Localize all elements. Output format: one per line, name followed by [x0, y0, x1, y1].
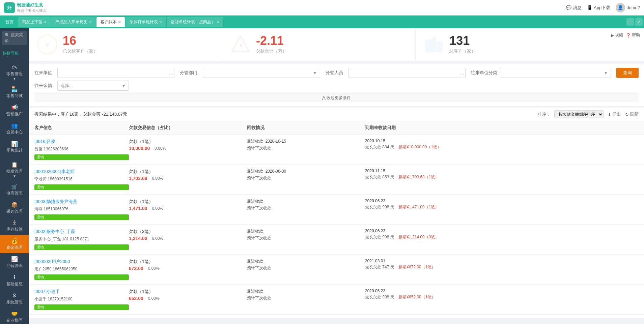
debt-amount-icon: ✦ — [230, 34, 251, 55]
sidebar-item-marketing[interactable]: 📢 营销推广 — [0, 101, 29, 120]
sidebar-item-basic[interactable]: ℹ 基础信息 — [0, 271, 29, 290]
tab-product-shelf-close[interactable]: ✕ — [44, 20, 47, 24]
sort-select[interactable]: 按欠款金额倒序排序 — [554, 110, 604, 118]
person-input[interactable] — [348, 68, 466, 78]
due-date-3: 2020.06.23 — [365, 229, 639, 233]
overdue-link-4[interactable]: 超期¥672.00（1笔） — [398, 264, 436, 270]
overdue-link-1[interactable]: 超期¥1,703.68（1笔） — [398, 174, 439, 180]
person-label: 分管人员 — [326, 70, 346, 76]
unit-class-label: 往来单位分类 — [471, 70, 497, 76]
customer-name-5[interactable]: [0007]小进千 — [34, 289, 129, 295]
from-unit-input[interactable] — [57, 68, 174, 78]
system-icon: ⚙ — [12, 292, 17, 299]
message-label: 消息 — [573, 5, 582, 11]
tab-product-history[interactable]: 产成品入库单历史 ✕ — [51, 17, 96, 27]
sidebar-item-ecommerce[interactable]: 🛒 电商管理 — [0, 181, 29, 199]
overdue-link-5[interactable]: 超期¥652.00（1笔） — [398, 294, 436, 300]
overdue-link-2[interactable]: 超期¥1,471.00（1笔） — [398, 204, 439, 210]
customer-name-3[interactable]: [0002]服务中心_丁磊 — [34, 229, 129, 235]
collapse-bar[interactable]: ⋀ 收起更多条件 — [34, 93, 639, 102]
due-date-0: 2020.10.15 — [365, 139, 639, 143]
sidebar-item-finance[interactable]: 💰 资金管理 — [0, 235, 29, 253]
tab-minimize-btn[interactable]: — — [626, 18, 634, 26]
sidebar-item-system[interactable]: ⚙ 系统管理 — [0, 290, 29, 308]
debt-count-2: 欠款（1笔） — [129, 199, 247, 205]
unit-class-select[interactable]: ▼ — [500, 68, 611, 78]
debt-amount-1: 1,703.68 — [129, 176, 147, 181]
filter-row-1: 往来单位 分管部门 ▼ 分管人员 往来单位分类 — [34, 68, 639, 78]
finance-icon: 💰 — [11, 238, 18, 244]
sidebar-item-operation[interactable]: 📈 经营管理 — [0, 253, 29, 271]
tab-goods-stats[interactable]: 进货单统计表（按商品） ✕ — [167, 17, 223, 27]
from-unit-label: 往来单位 — [34, 70, 55, 76]
message-btn[interactable]: 💬 消息 — [566, 5, 582, 11]
table-row: [0016]吕俊 吕俊 13026203696 现销 欠款（1笔） 10,000… — [29, 135, 644, 165]
balance-select[interactable]: 选择... ▼ — [57, 81, 129, 91]
balance-dropdown-icon: ▼ — [121, 83, 126, 88]
tab-product-history-close[interactable]: ✕ — [89, 20, 92, 24]
search-menu-input[interactable]: 🔍 搜索菜单 — [2, 31, 27, 45]
debt-count-0: 欠款（1笔） — [129, 139, 247, 145]
sidebar-item-enterprise[interactable]: 🤝 企业协同 — [0, 308, 29, 324]
sidebar-item-batch-mgmt[interactable]: 📋 批发管理 ▼ — [0, 159, 29, 181]
recovery-cell-0: 最近收款 2020-10-15 预计下次收款 — [247, 139, 365, 151]
sidebar-search-area[interactable]: 🔍 搜索菜单 — [0, 28, 29, 48]
result-actions: 排序： 按欠款金额倒序排序 ⬇ 导出 ↻ 刷新 — [538, 110, 639, 118]
customer-name-0[interactable]: [0016]吕俊 — [34, 139, 129, 145]
debt-amount-4: 672.00 — [129, 266, 143, 271]
refresh-btn[interactable]: ↻ 刷新 — [625, 111, 639, 117]
sidebar-item-member-label: 会员中心 — [6, 129, 23, 135]
help-action[interactable]: ❓ 帮助 — [626, 32, 640, 38]
filter-from-unit: 往来单位 — [34, 68, 174, 78]
sidebar-item-retail-stats[interactable]: 📊 零售统计 — [0, 138, 29, 156]
tab-customer-account[interactable]: 客户账本 ✕ — [96, 17, 125, 27]
debt-count-4: 欠款（1笔） — [129, 259, 247, 265]
tab-purchase-order-close[interactable]: ✕ — [159, 20, 162, 24]
tab-maximize-btn[interactable]: ⤢ — [635, 18, 643, 26]
sidebar-item-purchase[interactable]: 📦 采购管理 — [0, 199, 29, 217]
total-customers-icon — [424, 34, 444, 55]
tab-home[interactable]: 首页 — [1, 17, 18, 27]
customer-name-1[interactable]: [0001020001]李老师 — [34, 169, 129, 175]
tab-goods-stats-label: 进货单统计表（按商品） — [171, 19, 215, 25]
overdue-days-2: 最长欠款 998 天 — [365, 204, 396, 210]
user-area[interactable]: 👤 demo2 — [616, 3, 640, 12]
tab-goods-stats-close[interactable]: ✕ — [217, 20, 219, 24]
customer-name-2[interactable]: [0003]畅捷服务尹海燕 — [34, 199, 129, 205]
tab-bar-actions: — ⤢ — [626, 18, 643, 26]
svg-text:✦: ✦ — [239, 42, 243, 48]
table-row: [0002]服务中心_丁磊 服务中心_丁磊 181 0125 8371 现销 欠… — [29, 225, 644, 255]
tab-purchase-order[interactable]: 采购订单统计表 ✕ — [125, 17, 166, 27]
top-bar-left: 好 畅捷通好生意 母婴行业演示账套 — [4, 2, 47, 13]
export-btn[interactable]: ⬇ 导出 — [608, 111, 621, 117]
sidebar-item-quick-nav[interactable]: 快捷导航 — [0, 48, 29, 59]
video-action[interactable]: ▶ 视频 — [611, 32, 623, 38]
customer-contact-1: 李老师 18600391516 — [34, 176, 129, 182]
debt-cell-0: 欠款（1笔） 10,000.00 0.00% — [129, 139, 247, 151]
sidebar-item-retail-mgmt[interactable]: 🛍 零售管理 ▼ — [0, 62, 29, 83]
tab-customer-account-close[interactable]: ✕ — [118, 20, 121, 24]
overdue-link-0[interactable]: 超期¥10,000.00（1笔） — [398, 144, 441, 150]
dept-select[interactable]: ▼ — [203, 68, 320, 78]
sidebar-item-member[interactable]: 👥 会员中心 — [0, 120, 29, 138]
sidebar-item-enterprise-label: 企业协同 — [6, 318, 23, 323]
customer-contact-2: 海燕 18513066976 — [34, 206, 129, 212]
customer-name-4[interactable]: [000002]用户2050 — [34, 259, 129, 265]
retail-stats-icon: 📊 — [11, 141, 18, 147]
search-button[interactable]: 查询 — [616, 68, 639, 78]
retail-mgmt-icon: 🛍 — [12, 64, 17, 70]
table-row: [0006]去下粮仓 陈小帅 现销 欠款（1笔） 455.90 0.00% 最近… — [29, 315, 644, 318]
due-cell-2: 2020.06.23 最长欠款 998 天 超期¥1,471.00（1笔） — [365, 199, 639, 210]
sidebar-item-inventory[interactable]: 🗄 库存核算 — [0, 217, 29, 235]
tab-product-shelf[interactable]: 商品上下架 ✕ — [18, 17, 51, 27]
due-date-4: 2021.03.01 — [365, 259, 639, 263]
overdue-link-3[interactable]: 超期¥1,214.00（3笔） — [398, 234, 439, 240]
download-btn[interactable]: 📱 App下载 — [587, 5, 610, 11]
collapse-label: 收起更多条件 — [327, 95, 351, 100]
recent-pay-1: 最近收款 2020-06-30 — [247, 169, 365, 174]
export-label: 导出 — [612, 111, 621, 117]
sidebar-item-retail-mall[interactable]: 🏪 零售商城 — [0, 83, 29, 101]
table-row: [0007]小进千 小进千 18279152100 现销 欠款（1笔） 652.… — [29, 285, 644, 315]
table-row: [0001020001]李老师 李老师 18600391516 现销 欠款（1笔… — [29, 165, 644, 195]
svg-rect-5 — [432, 37, 436, 52]
